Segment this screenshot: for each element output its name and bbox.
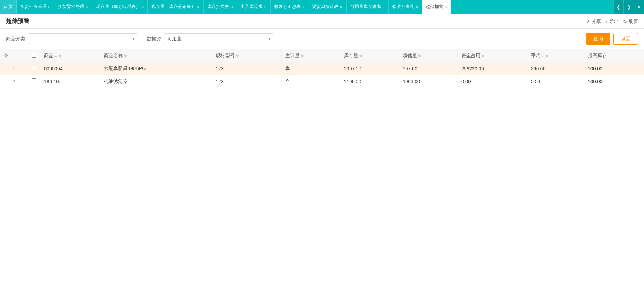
datasource-filter-group: 数据源 可用量 ▾ — [147, 33, 274, 44]
row-checkbox-cell-1 — [28, 75, 40, 88]
col-product-code-label: 商品... — [44, 52, 58, 59]
nav-item-batch-account[interactable]: 库存批次账 × — [204, 0, 237, 14]
export-button[interactable]: ↓ 导出 — [605, 18, 619, 25]
sort-avg-icon — [545, 54, 548, 58]
export-icon: ↓ — [605, 19, 608, 24]
table-row: 1 0000004 六配套新昌490BPG 123 套 1097.00 997.… — [0, 62, 644, 75]
col-overstock[interactable]: 超储量 — [399, 49, 457, 62]
col-unit[interactable]: 主计量 — [281, 49, 340, 62]
sort-overstock-icon — [418, 54, 421, 58]
category-label: 商品分类 — [6, 36, 25, 42]
nav-item-in-out-flow[interactable]: 出入库流水 × — [237, 0, 270, 14]
nav-item-overstock-warning[interactable]: 超储预警 × — [422, 0, 451, 14]
nav-item-inventory-distribution[interactable]: 现存量（库存分布表） × — [148, 0, 203, 14]
nav-close-overstock-warning[interactable]: × — [445, 5, 447, 9]
nav-item-order-stats[interactable]: 要货单统计表 × — [308, 0, 346, 14]
export-label: 导出 — [609, 18, 619, 25]
nav-item-home[interactable]: 首页 — [0, 0, 17, 14]
nav-item-warranty-check[interactable]: 保质期查询 × — [389, 0, 422, 14]
row-checkbox-0[interactable] — [32, 66, 36, 70]
col-capital[interactable]: 资金占用 — [458, 49, 527, 62]
nav-item-available-account[interactable]: 可用量库存账本 × — [347, 0, 389, 14]
nav-arrows: ❮ ❯ × — [613, 0, 644, 14]
datasource-select-value: 可用量 — [167, 36, 182, 42]
datasource-label: 数据源 — [147, 36, 161, 42]
col-spec[interactable]: 规格型号 — [212, 49, 281, 62]
nav-label-batch-account: 库存批次账 — [207, 4, 229, 10]
nav-item-collection-summary[interactable]: 收发存汇总表 × — [271, 0, 308, 14]
nav-close-inventory-status[interactable]: × — [142, 5, 144, 9]
nav-item-inventory-status[interactable]: 现存量（库存状况表） × — [92, 0, 148, 14]
row-max-stock-0: 100.00 — [584, 62, 644, 75]
datasource-chevron-icon: ▾ — [268, 36, 271, 41]
col-spec-label: 规格型号 — [216, 52, 235, 59]
nav-label-picking-abnormal: 拣货异常处理 — [58, 4, 84, 10]
table-row: 2 186-10... 机油滤清器 123 个 1106.00 1006.00 … — [0, 75, 644, 88]
nav-item-picking-abnormal[interactable]: 拣货异常处理 × — [54, 0, 92, 14]
col-max-stock: 最高库存 — [584, 49, 644, 62]
table-body: 1 0000004 六配套新昌490BPG 123 套 1097.00 997.… — [0, 62, 644, 88]
nav-label-order-stats: 要货单统计表 — [312, 4, 339, 10]
nav-close-picking-abnormal[interactable]: × — [86, 5, 88, 9]
share-button[interactable]: ↗ 分享 — [586, 18, 601, 25]
share-icon: ↗ — [586, 19, 590, 24]
nav-arrow-close[interactable]: × — [634, 0, 644, 14]
nav-close-picking-task[interactable]: × — [48, 5, 50, 9]
col-overstock-label: 超储量 — [403, 52, 417, 59]
nav-close-inventory-distribution[interactable]: × — [197, 5, 199, 9]
row-product-name-1: 机油滤清器 — [100, 75, 212, 88]
row-product-name-0: 六配套新昌490BPG — [100, 62, 212, 75]
refresh-button[interactable]: ↻ 刷新 — [623, 18, 638, 25]
nav-arrow-right[interactable]: ❯ — [623, 0, 634, 14]
col-unit-label: 主计量 — [285, 52, 300, 59]
nav-close-available-account[interactable]: × — [383, 5, 385, 9]
col-product-code[interactable]: 商品... — [40, 49, 100, 62]
col-product-name[interactable]: 商品名称 — [100, 49, 212, 62]
filter-area: 商品分类 ▾ 数据源 可用量 ▾ 查询 设置 — [0, 29, 644, 49]
nav-label-collection-summary: 收发存汇总表 — [274, 4, 301, 10]
row-capital-0: 259220.00 — [458, 62, 527, 75]
settings-button[interactable]: 设置 — [613, 33, 638, 45]
nav-arrow-left[interactable]: ❮ — [613, 0, 623, 14]
nav-close-in-out-flow[interactable]: × — [264, 5, 266, 9]
datasource-select[interactable]: 可用量 ▾ — [164, 33, 274, 44]
row-overstock-0: 997.00 — [399, 62, 457, 75]
sort-capital-icon — [482, 54, 484, 58]
row-spec-0: 123 — [212, 62, 281, 75]
row-capital-1: 0.00 — [458, 75, 527, 88]
nav-close-warranty-check[interactable]: × — [416, 5, 418, 9]
sort-product-name-icon — [124, 54, 127, 58]
page-content: 超储预警 ↗ 分享 ↓ 导出 ↻ 刷新 商品分类 ▾ 数据源 — [0, 14, 644, 293]
data-table: ⚙ 商品... — [0, 49, 644, 88]
query-button[interactable]: 查询 — [586, 33, 610, 45]
share-label: 分享 — [592, 18, 601, 25]
nav-close-batch-account[interactable]: × — [231, 5, 233, 9]
select-all-checkbox[interactable] — [32, 53, 36, 58]
category-select[interactable]: ▾ — [28, 33, 138, 44]
nav-close-order-stats[interactable]: × — [340, 5, 342, 9]
table-container: ⚙ 商品... — [0, 49, 644, 88]
row-num-0: 1 — [0, 62, 28, 75]
row-product-code-1: 186-10... — [40, 75, 100, 88]
row-checkbox-cell-0 — [28, 62, 40, 75]
category-chevron-icon: ▾ — [132, 36, 135, 41]
col-settings: ⚙ — [0, 49, 28, 62]
nav-item-picking-task[interactable]: 拣货任务管理 × — [17, 0, 54, 14]
filter-buttons: 查询 设置 — [586, 33, 638, 45]
nav-label-picking-task: 拣货任务管理 — [20, 4, 47, 10]
nav-close-collection-summary[interactable]: × — [302, 5, 304, 9]
row-unit-0: 套 — [281, 62, 340, 75]
col-avg[interactable]: 平均... — [527, 49, 584, 62]
row-avg-1: 0.00 — [527, 75, 584, 88]
nav-label-home: 首页 — [4, 4, 12, 10]
column-settings-icon[interactable]: ⚙ — [4, 52, 8, 59]
nav-label-overstock-warning: 超储预警 — [426, 4, 443, 10]
sort-stock-icon — [359, 54, 362, 58]
header-actions: ↗ 分享 ↓ 导出 ↻ 刷新 — [586, 18, 638, 25]
row-checkbox-1[interactable] — [32, 78, 36, 83]
row-unit-1: 个 — [281, 75, 340, 88]
col-avg-label: 平均... — [531, 52, 545, 59]
nav-label-available-account: 可用量库存账本 — [350, 4, 381, 10]
col-stock[interactable]: 库存量 — [340, 49, 399, 62]
row-max-stock-1: 100.00 — [584, 75, 644, 88]
